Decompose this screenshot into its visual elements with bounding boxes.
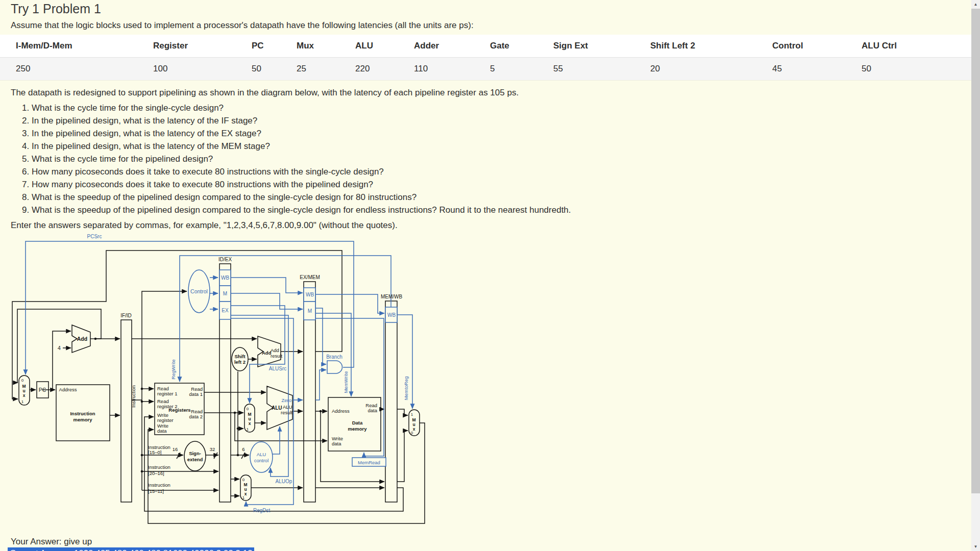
imem-title-2: memory (74, 417, 93, 422)
problem-page: Try 1 Problem 1 Assume that the logic bl… (0, 2, 980, 551)
id-ex-wb-label: WB (221, 275, 229, 281)
question-3: In the pipelined design, what is the lat… (32, 127, 980, 140)
svg-text:1: 1 (247, 427, 249, 432)
svg-text:0: 0 (242, 478, 245, 482)
branch-and-gate (327, 361, 342, 373)
read-data1-label-2: data 1 (189, 391, 203, 397)
regwrite-label: RegWrite (170, 359, 176, 379)
svg-text:0: 0 (247, 407, 249, 411)
datapath-diagram: PCSrc IF/ID ID/EX EX/MEM MEM/WB WB M EX … (0, 233, 434, 533)
answer-instructions: Enter the answers separated by commas, f… (11, 220, 980, 231)
svg-text:0: 0 (21, 378, 24, 383)
instr-20-16-label-1: Instruction (148, 464, 170, 470)
val-pc: 50 (247, 58, 291, 81)
latency-table-value-row: 250 100 50 25 220 110 5 55 20 45 50 (0, 58, 971, 81)
ex-mem-m-label: M (308, 308, 312, 314)
pipeline-note: The datapath is redesigned to support pi… (11, 88, 980, 98)
id-ex-ex-label: EX (222, 308, 229, 313)
col-control: Control (767, 35, 856, 58)
alu-control-oval (250, 442, 273, 472)
col-gate: Gate (485, 35, 548, 58)
alu-result-label-2: result (281, 410, 293, 415)
svg-text:0: 0 (411, 431, 413, 435)
latency-table: I-Mem/D-Mem Register PC Mux ALU Adder Ga… (0, 35, 971, 81)
col-mux: Mux (291, 35, 350, 58)
width-16-label: 16 (173, 446, 178, 452)
imem-title-1: Instruction (70, 411, 95, 416)
col-alu-ctrl: ALU Ctrl (856, 35, 971, 58)
pc-label: PC (39, 387, 46, 393)
question-8: What is the speedup of the pipelined des… (32, 191, 980, 204)
dmem-address-label: Address (332, 408, 350, 414)
col-imem-dmem: I-Mem/D-Mem (0, 35, 148, 58)
val-mux: 25 (291, 58, 350, 81)
memtoreg-label: MemtoReg (403, 377, 409, 400)
alu-control-label-1: ALU (257, 452, 266, 457)
if-id-register (121, 320, 132, 502)
col-shift-left-2: Shift Left 2 (645, 35, 767, 58)
mem-wb-label: MEM/WB (381, 294, 403, 299)
branch-wire (315, 308, 326, 364)
instruction-bus-label: Instruction (131, 385, 136, 408)
correct-answer-line: Correct Answer: 1020,405,480,460,480,816… (8, 548, 980, 551)
scrollbar-thumb[interactable] (971, 9, 980, 493)
ex-mem-wb-label: WB (306, 292, 314, 297)
col-adder: Adder (409, 35, 485, 58)
col-register: Register (148, 35, 247, 58)
registers-title: Registers (168, 407, 190, 413)
val-alu: 220 (350, 58, 409, 81)
svg-text:1: 1 (21, 399, 24, 404)
if-id-label: IF/ID (120, 313, 132, 318)
question-2: In the pipelined design, what is the lat… (32, 114, 980, 127)
id-ex-label: ID/EX (218, 257, 232, 262)
val-gate: 5 (485, 58, 548, 81)
pcsrc-label: PCSrc (87, 234, 102, 239)
instr-20-16-label-2: [20–16] (148, 470, 164, 476)
val-sign-ext: 55 (548, 58, 645, 81)
dmem-title-1: Data (352, 420, 363, 425)
vertical-scrollbar[interactable]: ▲ ▼ (971, 0, 980, 551)
col-alu: ALU (350, 35, 409, 58)
instr-15-11-label-2: [15–11] (148, 488, 164, 494)
imem-address-label: Address (59, 387, 77, 392)
read-data2-label-2: data 2 (189, 414, 203, 419)
question-4: In the pipelined design, what is the lat… (32, 140, 980, 153)
svg-text:x: x (23, 393, 26, 398)
val-adder: 110 (409, 58, 485, 81)
scrollbar-down-arrow-icon[interactable]: ▼ (971, 542, 980, 551)
width-6-label: 6 (242, 446, 244, 452)
branch-label: Branch (326, 354, 342, 360)
instr-15-11-label-1: Instruction (148, 482, 170, 488)
scrollbar-up-arrow-icon[interactable]: ▲ (971, 0, 980, 9)
correct-answer-label: Correct Answer: (10, 548, 71, 551)
write-reg-label-2: register (157, 417, 174, 423)
svg-text:x: x (413, 427, 415, 432)
col-pc: PC (247, 35, 291, 58)
dmem-write-data-2: data (332, 441, 341, 446)
correct-answer-value: 1020,405,480,460,480,81600,40320,2.02,2.… (74, 548, 253, 551)
write-back-data-wire (148, 423, 425, 523)
your-answer-value: give up (64, 537, 92, 546)
alu-control-label-2: control (254, 458, 269, 463)
question-9: What is the speedup of the pipelined des… (32, 204, 980, 216)
page-title: Try 1 Problem 1 (11, 2, 980, 16)
col-sign-ext: Sign Ext (548, 35, 645, 58)
regdst-label: RegDst (253, 508, 271, 513)
alusrc-label: ALUSrc (269, 366, 286, 371)
shift-left-2-label-1: Shift (234, 354, 246, 359)
add-result-label-1: Add (271, 347, 279, 353)
sign-extend-oval (184, 441, 206, 471)
control-label: Control (190, 288, 208, 294)
width-32-label: 32 (210, 446, 215, 452)
ex-mem-label: EX/MEM (300, 274, 320, 280)
memwrite-label: MemWrite (343, 371, 349, 393)
mem-wb-wb-label: WB (387, 312, 396, 318)
correct-answer-highlight: Correct Answer: 1020,405,480,460,480,816… (8, 547, 254, 551)
intro-text: Assume that the logic blocks used to imp… (11, 20, 980, 31)
branch-target-wire (12, 251, 342, 399)
read-reg1-label-2: register 1 (157, 391, 178, 396)
dmem-read-data-2: data (368, 408, 378, 413)
add-result-label-2: result (271, 353, 283, 359)
svg-text:x: x (249, 421, 251, 426)
four-label: 4 (58, 345, 61, 351)
